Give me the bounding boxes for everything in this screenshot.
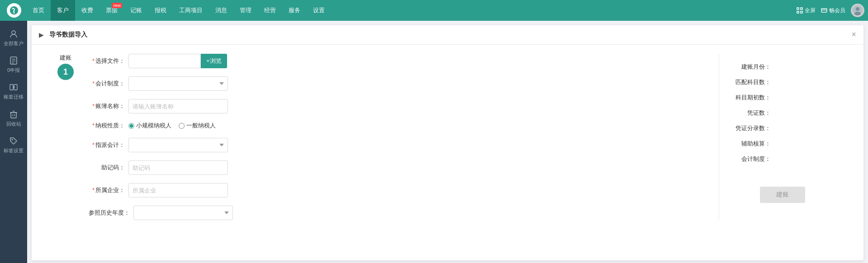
radio-small-taxpayer[interactable]: 小规模纳税人 [128,122,171,130]
history-year-row: 参照历史年度： [89,206,701,220]
sidebar-item-label-trash: 回收站 [6,121,21,127]
sidebar-item-label-migrate: 账套迁移 [4,94,24,100]
nav-right: 全屏 畅会员 [797,4,864,17]
user-icon [9,29,19,39]
build-account-button[interactable]: 建账 [760,187,805,203]
sidebar-item-label-all-clients: 全部客户 [4,41,24,47]
match-subjects-label: 匹配科目数： [730,78,771,86]
sidebar-item-zero-report[interactable]: 0申报 [0,52,27,77]
sidebar-item-tags[interactable]: 标签设置 [0,132,27,157]
browse-button[interactable]: +浏览 [201,54,227,68]
memo-code-input[interactable] [128,160,228,175]
nav-item-manage[interactable]: 管理 [233,0,258,21]
assigned-accountant-label: *指派会计： [89,141,125,149]
match-subjects-row: 匹配科目数： [730,78,835,86]
svg-point-9 [856,7,859,11]
content-area: ▶ 导爷数据导入 × 建账 1 [27,21,868,263]
import-icon: ▶ [39,31,44,38]
vip-btn[interactable]: 畅会员 [821,7,845,14]
step-circle: 1 [57,64,74,80]
close-button[interactable]: × [851,30,856,39]
nav-item-service[interactable]: 服务 [282,0,307,21]
svg-rect-6 [821,9,827,12]
nav-item-tax[interactable]: 报税 [148,0,173,21]
voucher-count-row: 凭证数： [730,109,835,117]
nav-items: 首页 客户 收费 票据 new 记账 报税 工商项目 消息 管理 经营 服务 设… [26,0,797,21]
accounting-system-row: *会计制度： [89,76,701,91]
nav-item-clients[interactable]: 客户 [51,0,75,21]
nav-item-message[interactable]: 消息 [209,0,233,21]
svg-point-23 [12,139,13,140]
ledger-name-row: *账簿名称： [89,99,701,113]
company-input[interactable] [128,183,228,197]
nav-item-home[interactable]: 首页 [26,0,51,21]
step-badge-area: 建账 1 [50,54,81,80]
file-row: *选择文件： +浏览 [89,54,701,68]
logo-area[interactable] [4,0,24,21]
ledger-name-input[interactable] [128,99,228,113]
migrate-icon [9,82,19,92]
nav-item-business[interactable]: 工商项目 [173,0,209,21]
form-fields: *选择文件： +浏览 *会计制度： [89,54,701,220]
sidebar-item-label-zero-report: 0申报 [7,67,20,73]
svg-rect-18 [11,113,16,118]
history-year-select[interactable] [133,206,233,220]
tax-radio-group: 小规模纳税人 一般纳税人 [128,122,216,130]
radio-general-taxpayer[interactable]: 一般纳税人 [179,122,216,130]
sidebar-item-migrate[interactable]: 账套迁移 [0,79,27,103]
memo-code-label: 助记码： [89,164,125,172]
svg-rect-12 [10,57,17,64]
auxiliary-accounting-row: 辅助核算： [730,140,835,148]
voucher-entries-row: 凭证分录数： [730,124,835,132]
main-layout: 全部客户 0申报 账套迁移 [0,21,868,263]
sidebar-item-all-clients[interactable]: 全部客户 [0,25,27,50]
dialog-header: ▶ 导爷数据导入 × [32,25,863,45]
history-year-label: 参照历史年度： [89,209,130,217]
nav-item-bookkeeping[interactable]: 记账 [124,0,148,21]
sidebar: 全部客户 0申报 账套迁移 [0,21,27,263]
assigned-accountant-row: *指派会计： [89,138,701,152]
fullscreen-label: 全屏 [805,7,816,14]
company-row: *所属企业： [89,183,701,197]
step-section: 建账 1 *选择文件： +浏览 [50,54,701,220]
trash-icon [9,109,19,119]
step-label: 建账 [60,54,71,62]
accounting-system-select[interactable] [128,76,228,91]
file-input[interactable] [128,54,201,68]
avatar[interactable] [851,4,864,17]
assigned-accountant-select[interactable] [128,138,228,152]
vip-label: 畅会员 [829,7,845,14]
initial-subjects-row: 科目期初数： [730,94,835,102]
tax-type-label: *纳税性质： [89,122,125,130]
top-nav: 首页 客户 收费 票据 new 记账 报税 工商项目 消息 管理 经营 服务 设… [0,0,868,21]
svg-rect-2 [797,8,799,9]
tax-type-row: *纳税性质： 小规模纳税人 一般纳税人 [89,122,701,130]
right-panel: 建账月份： 匹配科目数： 科目期初数： 凭证数： [719,54,845,220]
report-icon [9,56,19,66]
tag-icon [9,136,19,146]
fullscreen-btn[interactable]: 全屏 [797,7,816,14]
ledger-name-label: *账簿名称： [89,102,125,110]
initial-subjects-label: 科目期初数： [730,94,771,102]
sidebar-item-trash[interactable]: 回收站 [0,106,27,131]
svg-rect-3 [801,8,802,9]
nav-item-invoice[interactable]: 票据 new [100,0,124,21]
logo-circle [7,3,21,18]
nav-item-fee[interactable]: 收费 [75,0,100,21]
voucher-count-label: 凭证数： [730,109,771,117]
svg-rect-16 [10,85,13,90]
form-body: 建账 1 *选择文件： +浏览 [32,45,863,229]
accounting-system-label: *会计制度： [89,80,125,88]
sidebar-item-label-tags: 标签设置 [4,148,24,154]
svg-point-1 [14,12,15,14]
nav-item-settings[interactable]: 设置 [307,0,331,21]
dialog-title: 导爷数据导入 [49,31,87,39]
svg-rect-5 [801,11,802,13]
company-label: *所属企业： [89,186,125,194]
voucher-entries-label: 凭证分录数： [730,124,771,132]
memo-code-row: 助记码： [89,160,701,175]
svg-rect-4 [797,11,799,13]
right-accounting-system-row: 会计制度： [730,155,835,163]
build-month-row: 建账月份： [730,63,835,71]
nav-item-operation[interactable]: 经营 [258,0,282,21]
